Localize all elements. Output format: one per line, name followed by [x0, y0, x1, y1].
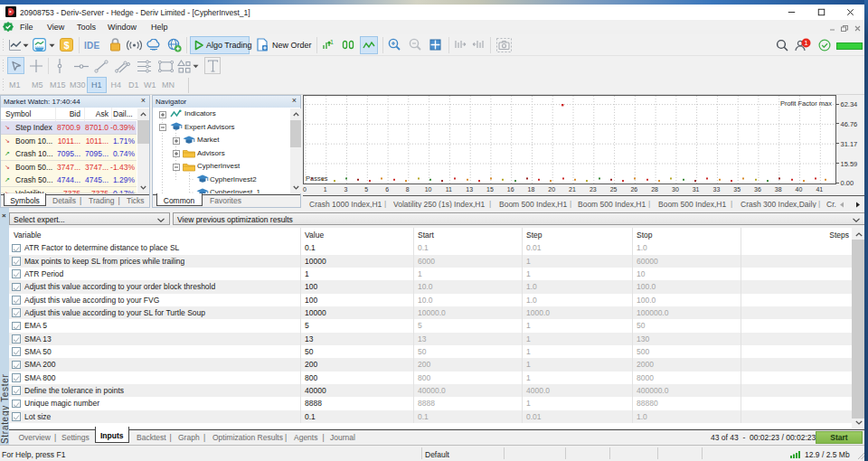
- svg-text:Strategy Tester: Strategy Tester: [0, 373, 9, 444]
- svg-text:$: $: [63, 40, 69, 51]
- svg-text:1: 1: [330, 39, 334, 45]
- svg-text:1: 1: [804, 39, 808, 47]
